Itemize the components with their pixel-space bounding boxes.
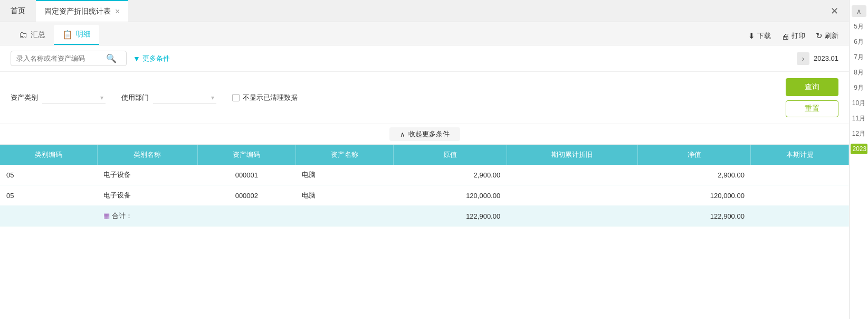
cell-acc-depreciation [507,165,637,185]
asset-category-field: 资产类别 ▾ [11,92,106,104]
query-button[interactable]: 查询 [786,78,838,96]
col-header-category-name: 类别名称 [97,145,197,165]
cell-asset-name: 电脑 [295,165,394,185]
filter-conditions: 资产类别 ▾ 使用部门 ▾ 不显示已清理数据 查询 重置 [0,72,849,124]
cell-asset-code: 000001 [198,165,296,185]
sidebar-month-item[interactable]: 7月 [851,50,866,65]
chevron-right-button[interactable]: › [797,52,809,65]
search-bar-right: › 2023.01 [797,52,838,65]
cell-original-value: 2,900.00 [394,165,507,185]
department-arrow-icon: ▾ [211,94,214,101]
home-nav-item[interactable]: 首页 [0,0,36,22]
print-button[interactable]: 🖨 打印 [781,31,805,41]
cell-net-value: 2,900.00 [637,165,751,185]
refresh-button[interactable]: ↻ 刷新 [816,31,838,41]
cell-asset-name: 电脑 [295,185,394,206]
search-input[interactable] [16,54,106,62]
sidebar-year-badge: 2023 [851,144,867,154]
col-header-acc-depreciation: 期初累计折旧 [507,145,637,165]
department-field: 使用部门 ▾ [121,92,216,104]
filter-label: 更多条件 [142,54,170,63]
cell-category-name: 电子设备 [97,165,197,185]
table-wrap: 类别编码 类别名称 资产编码 资产名称 原值 期初累计折旧 净值 本期计提 05… [0,145,849,319]
print-label: 打印 [791,31,805,41]
collapse-button[interactable]: ∧ 收起更多条件 [389,127,460,141]
date-label: 2023.01 [814,54,838,62]
hide-cleared-checkbox[interactable]: 不显示已清理数据 [232,93,298,102]
cell-asset-code: 000002 [198,185,296,206]
cell-code: 05 [0,185,97,206]
download-button[interactable]: ⬇ 下载 [748,31,771,41]
reset-button[interactable]: 重置 [786,100,838,117]
detail-tab-icon: 📋 [62,30,73,40]
tab-detail[interactable]: 📋 明细 [54,25,99,45]
col-header-original-value: 原值 [394,145,507,165]
sidebar-month-item[interactable]: 10月 [851,96,866,111]
refresh-label: 刷新 [825,31,838,41]
search-input-wrap[interactable]: 🔍 [11,51,127,66]
col-header-current-period: 本期计提 [751,145,849,165]
table-row: 05 电子设备 000002 电脑 120,000.00 120,000.00 [0,185,849,206]
total-cell-empty2 [198,206,296,227]
asset-category-label: 资产类别 [11,93,38,102]
total-cell-net-value: 122,900.00 [637,206,751,227]
sidebar-month-item[interactable]: 11月 [851,111,866,126]
asset-category-arrow-icon: ▾ [100,94,103,101]
sidebar-month-item[interactable]: 6月 [851,34,866,50]
total-cell-original-value: 122,900.00 [394,206,507,227]
checkbox-box[interactable] [232,94,240,101]
search-bar: 🔍 ▼ 更多条件 › 2023.01 [0,45,849,72]
sidebar-month-item[interactable]: 8月 [851,65,866,80]
sidebar-month-item[interactable]: 12月 [851,126,866,142]
more-filter-button[interactable]: ▼ 更多条件 [133,54,170,63]
active-tab[interactable]: 固定资产折旧统计表 × [36,0,128,22]
cell-current-period [751,185,849,206]
tab-detail-label: 明细 [76,30,91,39]
refresh-icon: ↻ [816,31,823,41]
sidebar-scroll-up-button[interactable]: ∧ [852,5,866,17]
toolbar-right: ⬇ 下载 🖨 打印 ↻ 刷新 [748,31,838,45]
assets-table: 类别编码 类别名称 资产编码 资产名称 原值 期初累计折旧 净值 本期计提 05… [0,145,849,227]
right-sidebar: ∧ 5月6月7月8月9月10月11月12月 2023 [849,0,868,319]
search-icon[interactable]: 🔍 [106,53,117,63]
total-cell-empty1 [0,206,97,227]
cell-original-value: 120,000.00 [394,185,507,206]
total-cell-empty3 [295,206,394,227]
cell-category-name: 电子设备 [97,185,197,206]
download-icon: ⬇ [748,31,755,41]
collapse-icon: ∧ [400,130,405,138]
active-tab-label: 固定资产折旧统计表 [44,7,111,16]
table-header-row: 类别编码 类别名称 资产编码 资产名称 原值 期初累计折旧 净值 本期计提 [0,145,849,165]
collapse-label: 收起更多条件 [408,129,450,139]
tab-close-icon[interactable]: × [115,7,120,16]
checkbox-label: 不显示已清理数据 [243,93,298,102]
top-nav: 首页 固定资产折旧统计表 × ✕ [0,0,849,22]
col-header-asset-name: 资产名称 [295,145,394,165]
total-cell-label: ▦合计： [97,206,197,227]
summary-tab-icon: 🗂 [19,30,27,40]
print-icon: 🖨 [781,32,789,41]
cell-current-period [751,165,849,185]
table-row: 05 电子设备 000001 电脑 2,900.00 2,900.00 [0,165,849,185]
total-cell-acc-depreciation [507,206,637,227]
filter-buttons: 查询 重置 [786,78,838,117]
asset-category-select[interactable]: ▾ [42,92,106,104]
table-total-row: ▦合计： 122,900.00 122,900.00 [0,206,849,227]
sidebar-month-item[interactable]: 5月 [851,19,866,34]
filter-icon: ▼ [133,54,140,63]
tab-summary[interactable]: 🗂 汇总 [11,25,54,45]
tab-bar: 🗂 汇总 📋 明细 ⬇ 下载 🖨 打印 ↻ 刷新 [0,22,849,45]
sidebar-month-item[interactable]: 9月 [851,80,866,96]
download-label: 下载 [757,31,771,41]
collapse-bar: ∧ 收起更多条件 [0,124,849,145]
cell-net-value: 120,000.00 [637,185,751,206]
department-label: 使用部门 [121,93,149,102]
window-close-button[interactable]: ✕ [820,5,849,17]
col-header-net-value: 净值 [637,145,751,165]
col-header-category-code: 类别编码 [0,145,97,165]
department-select[interactable]: ▾ [153,92,216,104]
tab-summary-label: 汇总 [31,30,45,40]
total-cell-current-period [751,206,849,227]
col-header-asset-code: 资产编码 [198,145,296,165]
cell-acc-depreciation [507,185,637,206]
